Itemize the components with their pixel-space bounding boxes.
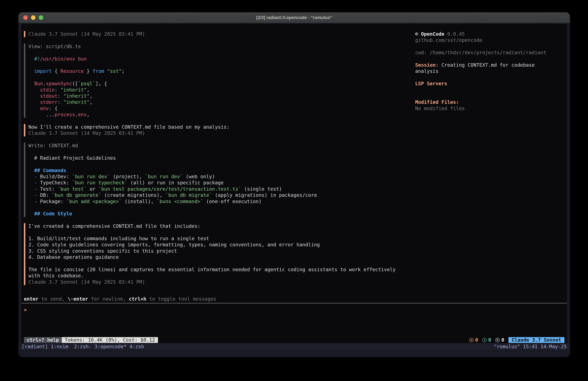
text-segment: [28, 168, 34, 173]
chat-line: View: script/db.ts: [28, 44, 410, 49]
text-segment: enter: [73, 296, 88, 302]
text-segment: 4. Database operations guidance: [28, 254, 119, 260]
text-segment: `bun run dev`: [72, 174, 110, 179]
chat-line: Now I'll create a comprehensive CONTEXT.…: [28, 124, 410, 130]
text-segment: ,: [89, 93, 92, 99]
sidebar-line: No modified files: [415, 105, 567, 112]
chat-line: 2. Code style guidelines covering import…: [28, 242, 410, 248]
chat-line: - Package: `bun add <package>` (install)…: [28, 198, 410, 204]
text-segment: "inherit": [63, 93, 90, 99]
lsp-diagnostics-counters: w0i0h0: [469, 337, 504, 343]
text-segment: 3. CSS styling conventions specific to t…: [28, 248, 177, 254]
text-segment: Modified Files:: [415, 99, 459, 105]
tmux-window-list[interactable]: [radiant] 1:nvim 2:zsh- 3:opencode* 4:zs…: [22, 344, 144, 349]
tmux-statusbar: [radiant] 1:nvim 2:zsh- 3:opencode* 4:zs…: [18, 343, 570, 350]
chat-line: # Radiant Project Guidelines: [28, 155, 410, 161]
text-segment: import: [34, 68, 52, 74]
text-segment: : Creating CONTEXT.md for codebase: [436, 62, 535, 68]
composer-input[interactable]: >: [24, 307, 27, 313]
text-segment: -: [34, 192, 37, 198]
text-segment: -: [34, 186, 37, 192]
chat-line: - DB: `bun db generate` (create migratio…: [28, 192, 410, 198]
sidebar-line: Modified Files:: [415, 99, 567, 105]
assistant-message-block: Claude 3.7 Sonnet (14 May 2025 03:41 PM): [24, 31, 410, 37]
tool-output-block: Write: CONTEXT.md # Radiant Project Guid…: [24, 143, 410, 217]
text-segment: enter: [24, 296, 38, 302]
chat-line: [28, 260, 410, 266]
text-segment: `bun test packages/core/test/transaction…: [98, 186, 241, 192]
chat-line: [28, 229, 410, 236]
text-segment: [61, 93, 63, 99]
diagnostic-count: 0: [475, 337, 478, 343]
chat-line: The file is concise (20 lines) and captu…: [28, 267, 410, 273]
diagnostic-counter-h: h0: [495, 337, 504, 343]
text-segment: Build/Dev:: [37, 174, 72, 179]
text-segment: `bun run dev`: [145, 174, 183, 179]
chat-line: #!/usr/bin/env bun: [28, 56, 410, 62]
sidebar-line: analysis: [415, 68, 567, 74]
chat-line: Claude 3.7 Sonnet (14 May 2025 03:41 PM): [28, 31, 410, 37]
session-sidebar: © OpenCode 0.0.45github.com/sst/opencode…: [415, 31, 567, 112]
chat-line: [28, 62, 410, 68]
text-segment: -: [34, 180, 37, 185]
text-segment: Claude 3.7 Sonnet (14 May 2025 03:41 PM): [28, 31, 145, 37]
text-segment: \: [68, 296, 70, 302]
text-segment: (single test): [241, 186, 282, 192]
text-segment: env: [78, 112, 87, 117]
chat-line: Bun.spawnSync([`psql`], {: [28, 81, 410, 87]
text-segment: ], {: [95, 81, 107, 86]
sidebar-line: github.com/sst/opencode: [415, 37, 567, 43]
text-segment: `bun run typecheck`: [72, 180, 127, 185]
text-segment: ## Code Style: [34, 211, 72, 217]
text-segment: {: [52, 106, 58, 111]
sidebar-line: [415, 56, 567, 62]
chat-line: stdout: "inherit",: [28, 93, 410, 99]
text-segment: ([: [72, 81, 78, 86]
text-segment: TypeCheck:: [37, 180, 72, 185]
chat-line: with this codebase.: [28, 273, 410, 279]
text-segment: [28, 180, 34, 185]
text-segment: analysis: [415, 68, 439, 74]
chat-line: ## Code Style: [28, 211, 410, 217]
chat-line: Claude 3.7 Sonnet (14 May 2025 03:41 PM): [28, 130, 410, 136]
text-segment: 0.0.45: [444, 31, 465, 37]
text-segment: No modified files: [415, 106, 465, 111]
text-segment: `bun add <package>`: [66, 199, 122, 204]
text-segment: The file is concise (20 lines) and captu…: [28, 267, 396, 272]
chat-line: Write: CONTEXT.md: [28, 143, 410, 149]
text-segment: :: [49, 106, 52, 111]
text-segment: for newline,: [88, 296, 129, 302]
text-segment: (all) or run in specific package: [127, 180, 224, 185]
chat-line: 3. CSS styling conventions specific to t…: [28, 248, 410, 254]
text-segment: stdin: [40, 87, 55, 93]
text-segment: [28, 186, 34, 192]
chat-line: stdin: "inherit",: [28, 87, 410, 93]
composer-hint: enter to send, \+enter for newline, ctrl…: [24, 296, 216, 302]
text-segment: to send,: [38, 296, 68, 302]
sidebar-line: [415, 87, 567, 93]
text-segment: I've created a comprehensive CONTEXT.md …: [28, 223, 200, 229]
text-segment: }: [84, 68, 92, 74]
model-badge[interactable]: Claude 3.7 Sonnet: [508, 337, 565, 343]
text-segment: ;: [122, 68, 125, 74]
text-segment: ,: [87, 112, 89, 117]
text-segment: ctrl+h: [129, 296, 146, 302]
opencode-tui: Claude 3.7 Sonnet (14 May 2025 03:41 PM)…: [21, 24, 567, 343]
text-segment: from: [92, 68, 104, 74]
tmux-session-clock: "romulus" 15:41 14-May-25: [494, 344, 567, 349]
text-segment: [28, 192, 34, 198]
help-shortcut-chip[interactable]: ctrl+? help: [24, 337, 62, 343]
diagnostic-counter-i: i0: [482, 337, 491, 343]
text-segment: [28, 106, 40, 111]
text-segment: [28, 99, 40, 105]
chat-line: [28, 74, 410, 81]
text-segment: (web only): [183, 174, 215, 179]
text-segment: :: [58, 93, 61, 99]
text-segment: [28, 56, 34, 62]
text-segment: .: [43, 81, 46, 86]
text-segment: -: [34, 199, 37, 204]
circled-h-icon: h: [495, 338, 500, 342]
chat-line: 1. Build/lint/test commands including ho…: [28, 236, 410, 242]
text-segment: © OpenCode: [415, 31, 444, 37]
chat-line: - Build/Dev: `bun run dev` (project), `b…: [28, 174, 410, 180]
